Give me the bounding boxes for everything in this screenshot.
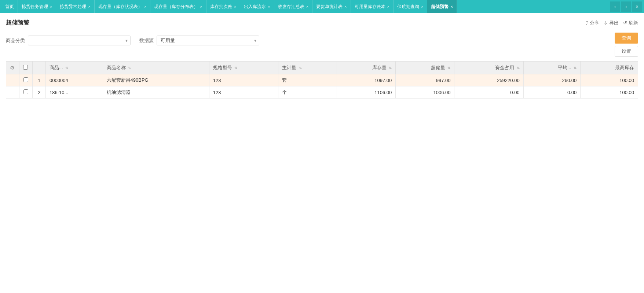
sort-icon: ⇅ [299, 66, 302, 70]
close-icon[interactable]: × [450, 4, 453, 9]
close-icon[interactable]: × [144, 4, 146, 9]
table-row: 2 186-10... 机油滤清器 123 个 1106.00 1006.00 … [6, 86, 638, 99]
th-capital[interactable]: 资金占用 ⇅ [454, 62, 523, 74]
td-product-name: 机油滤清器 [103, 86, 209, 99]
category-filter: 商品分类 [6, 36, 131, 45]
datasource-select[interactable]: 可用量 库存量 [157, 36, 259, 45]
td-unit: 套 [278, 74, 337, 86]
export-icon: ⇩ [604, 20, 608, 26]
td-spec: 123 [209, 74, 278, 86]
td-max-stock: 100.00 [581, 74, 638, 86]
th-max-stock[interactable]: 最高库存 [581, 62, 638, 74]
tab-stock-dist[interactable]: 现存量（库存分布表） × [150, 0, 206, 13]
th-avg[interactable]: 平均... ⇅ [523, 62, 581, 74]
sort-icon: ⇅ [517, 66, 520, 70]
td-settings [6, 74, 19, 86]
close-icon[interactable]: × [200, 4, 202, 9]
nav-more-button[interactable]: × [632, 1, 642, 12]
data-table: ⚙ 商品... ⇅ 商品名称 ⇅ 规格型号 ⇅ [6, 61, 638, 99]
th-unit[interactable]: 主计量 ⇅ [278, 62, 337, 74]
close-icon[interactable]: × [387, 4, 389, 9]
td-capital: 259220.00 [454, 74, 523, 86]
tab-pick-task[interactable]: 拣货任务管理 × [18, 0, 56, 13]
topbar-nav: ‹ › × [610, 1, 643, 12]
td-avg: 260.00 [523, 74, 581, 86]
close-icon[interactable]: × [421, 4, 423, 9]
page-content: 超储预警 ⤴ 分享 ⇩ 导出 ↺ 刷新 商品分类 [0, 13, 644, 293]
sort-icon: ⇅ [65, 66, 68, 70]
sort-icon: ⇅ [447, 66, 450, 70]
td-max-stock: 100.00 [581, 86, 638, 99]
table-header-row: ⚙ 商品... ⇅ 商品名称 ⇅ 规格型号 ⇅ [6, 62, 638, 74]
th-spec[interactable]: 规格型号 ⇅ [209, 62, 278, 74]
select-all-checkbox[interactable] [23, 65, 28, 70]
td-stock: 1106.00 [337, 86, 396, 99]
td-avg: 0.00 [523, 86, 581, 99]
nav-prev-button[interactable]: ‹ [610, 1, 620, 12]
datasource-select-wrap: 可用量 库存量 [157, 36, 259, 45]
th-rownum [33, 62, 46, 74]
close-icon[interactable]: × [88, 4, 90, 9]
datasource-filter: 数据源 可用量 库存量 [139, 36, 259, 45]
th-settings[interactable]: ⚙ [6, 62, 19, 74]
td-rownum: 1 [33, 74, 46, 86]
td-overstock: 1006.00 [396, 86, 454, 99]
td-checkbox [19, 74, 33, 86]
tab-quality[interactable]: 保质期查询 × [394, 0, 427, 13]
category-select[interactable] [28, 36, 131, 45]
settings-button[interactable]: 设置 [615, 46, 638, 57]
tab-inout-flow[interactable]: 出入库流水 × [240, 0, 274, 13]
sort-icon: ⇅ [128, 66, 131, 70]
th-product-name[interactable]: 商品名称 ⇅ [103, 62, 209, 74]
td-product-code: 186-10... [46, 86, 103, 99]
topbar: 首页 拣货任务管理 × 拣货异常处理 × 现存量（库存状况表） × 现存量（库存… [0, 0, 644, 13]
nav-next-button[interactable]: › [621, 1, 631, 12]
td-unit: 个 [278, 86, 337, 99]
action-buttons: 查询 设置 [615, 33, 638, 57]
datasource-label: 数据源 [139, 37, 154, 44]
tab-batch[interactable]: 库存批次账 × [206, 0, 240, 13]
tab-order-stat[interactable]: 要货单统计表 × [312, 0, 351, 13]
page-title: 超储预警 [6, 19, 29, 27]
refresh-button[interactable]: ↺ 刷新 [623, 20, 638, 26]
row-checkbox[interactable] [23, 89, 28, 94]
tab-overstock[interactable]: 超储预警 × [427, 0, 457, 13]
share-icon: ⤴ [586, 20, 588, 26]
sort-icon: ⇅ [234, 66, 237, 70]
th-checkbox [19, 62, 33, 74]
td-capital: 0.00 [454, 86, 523, 99]
close-icon[interactable]: × [268, 4, 270, 9]
close-icon[interactable]: × [50, 4, 52, 9]
page-header: 超储预警 ⤴ 分享 ⇩ 导出 ↺ 刷新 [6, 19, 638, 27]
gear-icon[interactable]: ⚙ [10, 65, 15, 71]
close-icon[interactable]: × [306, 4, 308, 9]
table-row: 1 0000004 六配套新昌490BPG 123 套 1097.00 997.… [6, 74, 638, 86]
td-rownum: 2 [33, 86, 46, 99]
tab-stock-status[interactable]: 现存量（库存状况表） × [95, 0, 150, 13]
td-product-code: 0000004 [46, 74, 103, 86]
sort-icon: ⇅ [389, 66, 392, 70]
category-label: 商品分类 [6, 37, 25, 44]
share-button[interactable]: ⤴ 分享 [586, 20, 599, 26]
close-icon[interactable]: × [344, 4, 347, 9]
query-button[interactable]: 查询 [615, 33, 638, 44]
close-icon[interactable]: × [234, 4, 236, 9]
td-spec: 123 [209, 86, 278, 99]
th-stock[interactable]: 库存量 ⇅ [337, 62, 396, 74]
tab-available[interactable]: 可用量库存账本 × [351, 0, 394, 13]
refresh-icon: ↺ [623, 20, 627, 26]
header-actions: ⤴ 分享 ⇩ 导出 ↺ 刷新 [586, 20, 638, 26]
td-stock: 1097.00 [337, 74, 396, 86]
th-overstock[interactable]: 超储量 ⇅ [396, 62, 454, 74]
td-overstock: 997.00 [396, 74, 454, 86]
export-button[interactable]: ⇩ 导出 [604, 20, 619, 26]
tab-home[interactable]: 首页 [1, 0, 18, 13]
row-checkbox[interactable] [23, 77, 28, 82]
category-select-wrap [28, 36, 131, 45]
tab-pick-exception[interactable]: 拣货异常处理 × [56, 0, 94, 13]
td-checkbox [19, 86, 33, 99]
sort-icon: ⇅ [574, 66, 577, 70]
th-product-code[interactable]: 商品... ⇅ [46, 62, 103, 74]
filter-row: 商品分类 数据源 可用量 库存量 [6, 33, 609, 48]
tab-summary[interactable]: 收发存汇总表 × [274, 0, 312, 13]
